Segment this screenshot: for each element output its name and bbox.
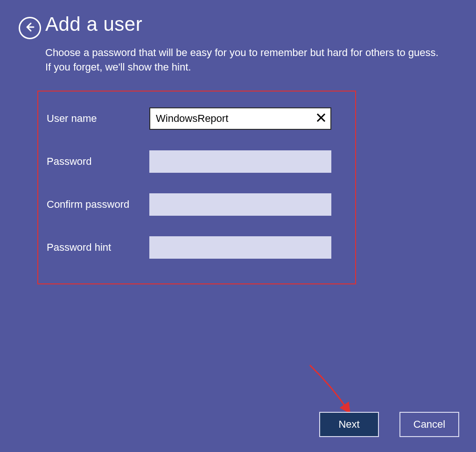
password-hint-input[interactable]	[149, 236, 331, 259]
password-hint-label: Password hint	[47, 241, 149, 254]
clear-username-button[interactable]	[315, 112, 328, 125]
annotation-highlight-box: User name Password Confirm password Pass…	[37, 91, 356, 284]
annotation-arrow-icon	[306, 363, 357, 414]
next-button[interactable]: Next	[319, 412, 379, 437]
cancel-button-label: Cancel	[413, 418, 445, 431]
password-row: Password	[47, 150, 347, 173]
password-label: Password	[47, 155, 149, 168]
page-subtitle: Choose a password that will be easy for …	[45, 46, 447, 75]
back-button[interactable]	[19, 17, 41, 39]
page-title: Add a user	[45, 13, 142, 35]
back-arrow-icon	[24, 21, 35, 35]
password-hint-row: Password hint	[47, 236, 347, 259]
password-input[interactable]	[149, 150, 331, 173]
close-icon	[316, 113, 326, 124]
cancel-button[interactable]: Cancel	[399, 412, 459, 437]
confirm-password-input[interactable]	[149, 193, 331, 216]
add-user-page: Add a user Choose a password that will b…	[0, 0, 476, 452]
username-input[interactable]	[149, 107, 331, 130]
confirm-password-label: Confirm password	[47, 198, 149, 211]
username-field-wrap	[149, 107, 331, 130]
next-button-label: Next	[338, 418, 359, 431]
username-label: User name	[47, 113, 149, 125]
confirm-password-row: Confirm password	[47, 193, 347, 216]
username-row: User name	[47, 107, 347, 130]
